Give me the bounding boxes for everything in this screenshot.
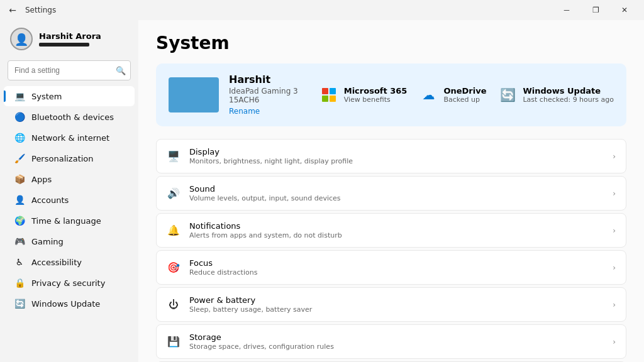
nav-icon-system: 💻 — [14, 90, 25, 102]
setting-item-power[interactable]: ⏻ Power & battery Sleep, battery usage, … — [156, 287, 626, 322]
setting-icon-power: ⏻ — [167, 298, 180, 312]
service-status-ms365: View benefits — [344, 96, 408, 104]
setting-desc-notifications: Alerts from apps and system, do not dist… — [189, 231, 604, 239]
setting-text-power: Power & battery Sleep, battery usage, ba… — [189, 295, 604, 314]
profile-info: Harshit IdeaPad Gaming 3 15ACH6 Rename — [229, 74, 310, 116]
sidebar-item-system[interactable]: 💻 System — [4, 86, 135, 106]
nav-label-personalization: Personalization — [31, 154, 94, 163]
setting-item-focus[interactable]: 🎯 Focus Reduce distractions › — [156, 250, 626, 285]
nav-label-update: Windows Update — [31, 299, 100, 309]
service-icon-winupdate: 🔄 — [499, 86, 516, 104]
setting-name-power: Power & battery — [189, 295, 604, 305]
service-item-onedrive: ☁️ OneDrive Backed up — [419, 86, 486, 104]
service-status-winupdate: Last checked: 9 hours ago — [523, 96, 614, 104]
avatar: 👤 — [10, 28, 33, 50]
close-button[interactable]: ✕ — [610, 0, 639, 20]
service-item-ms365: Microsoft 365 View benefits — [320, 86, 408, 104]
chevron-icon-display: › — [613, 152, 616, 161]
chevron-icon-storage: › — [613, 337, 616, 346]
window-title: Settings — [25, 6, 56, 14]
ms365-icon — [320, 86, 338, 104]
chevron-icon-notifications: › — [613, 226, 616, 235]
setting-desc-power: Sleep, battery usage, battery saver — [189, 305, 604, 314]
sidebar: 👤 Harshit Arora 🔍 💻 System 🔵 Bluetooth &… — [0, 20, 138, 362]
service-info-ms365: Microsoft 365 View benefits — [344, 86, 408, 104]
nav-label-apps: Apps — [31, 175, 52, 184]
settings-list: 🖥️ Display Monitors, brightness, night l… — [156, 139, 626, 362]
sidebar-item-accounts[interactable]: 👤 Accounts — [4, 190, 135, 210]
rename-link[interactable]: Rename — [229, 107, 260, 116]
setting-icon-notifications: 🔔 — [167, 224, 180, 238]
setting-name-notifications: Notifications — [189, 221, 604, 231]
setting-icon-focus: 🎯 — [167, 261, 180, 275]
avatar-icon: 👤 — [14, 33, 28, 46]
user-section: 👤 Harshit Arora — [0, 20, 138, 55]
back-button[interactable]: ← — [5, 3, 20, 18]
search-box: 🔍 — [8, 60, 131, 80]
setting-icon-storage: 💾 — [167, 335, 180, 349]
nav-label-network: Network & internet — [31, 133, 109, 143]
sidebar-item-update[interactable]: 🔄 Windows Update — [4, 293, 135, 314]
sidebar-item-time[interactable]: 🌍 Time & language — [4, 211, 135, 231]
search-input[interactable] — [8, 60, 131, 80]
setting-desc-storage: Storage space, drives, configuration rul… — [189, 343, 604, 351]
sidebar-item-gaming[interactable]: 🎮 Gaming — [4, 231, 135, 251]
setting-desc-focus: Reduce distractions — [189, 268, 604, 277]
nav-list: 💻 System 🔵 Bluetooth & devices 🌐 Network… — [0, 85, 138, 314]
setting-desc-sound: Volume levels, output, input, sound devi… — [189, 194, 604, 202]
minimize-button[interactable]: ─ — [552, 0, 581, 20]
service-name-winupdate: Windows Update — [523, 86, 614, 96]
nav-label-accessibility: Accessibility — [31, 258, 82, 267]
service-status-onedrive: Backed up — [443, 96, 486, 104]
nav-icon-accounts: 👤 — [14, 194, 25, 206]
chevron-icon-sound: › — [613, 189, 616, 198]
services-section: Microsoft 365 View benefits ☁️ OneDrive … — [320, 86, 614, 104]
setting-name-focus: Focus — [189, 258, 604, 268]
setting-name-sound: Sound — [189, 184, 604, 194]
sidebar-item-accessibility[interactable]: ♿ Accessibility — [4, 252, 135, 272]
maximize-button[interactable]: ❐ — [581, 0, 610, 20]
chevron-icon-power: › — [613, 300, 616, 309]
service-name-onedrive: OneDrive — [443, 86, 486, 96]
chevron-icon-focus: › — [613, 263, 616, 272]
setting-desc-display: Monitors, brightness, night light, displ… — [189, 157, 604, 165]
nav-icon-update: 🔄 — [14, 298, 25, 309]
setting-text-storage: Storage Storage space, drives, configura… — [189, 332, 604, 351]
profile-model: IdeaPad Gaming 3 15ACH6 — [229, 87, 310, 104]
setting-item-notifications[interactable]: 🔔 Notifications Alerts from apps and sys… — [156, 213, 626, 248]
setting-text-display: Display Monitors, brightness, night ligh… — [189, 147, 604, 165]
window-controls: ─ ❐ ✕ — [552, 0, 639, 20]
title-bar: ← Settings ─ ❐ ✕ — [0, 0, 644, 20]
setting-item-display[interactable]: 🖥️ Display Monitors, brightness, night l… — [156, 139, 626, 173]
setting-icon-display: 🖥️ — [167, 150, 180, 163]
setting-icon-sound: 🔊 — [167, 187, 180, 200]
main-layout: 👤 Harshit Arora 🔍 💻 System 🔵 Bluetooth &… — [0, 20, 644, 362]
setting-name-display: Display — [189, 147, 604, 156]
sidebar-item-apps[interactable]: 📦 Apps — [4, 169, 135, 189]
nav-label-privacy: Privacy & security — [31, 278, 105, 288]
sidebar-item-privacy[interactable]: 🔒 Privacy & security — [4, 273, 135, 293]
nav-icon-gaming: 🎮 — [14, 236, 25, 247]
page-title: System — [156, 33, 626, 53]
user-info: Harshit Arora — [39, 31, 101, 47]
setting-text-focus: Focus Reduce distractions — [189, 258, 604, 277]
service-info-winupdate: Windows Update Last checked: 9 hours ago — [523, 86, 614, 104]
nav-icon-time: 🌍 — [14, 215, 25, 226]
profile-name: Harshit — [229, 74, 310, 85]
nav-icon-privacy: 🔒 — [14, 277, 25, 288]
sidebar-item-bluetooth[interactable]: 🔵 Bluetooth & devices — [4, 107, 135, 127]
sidebar-item-personalization[interactable]: 🖌️ Personalization — [4, 148, 135, 168]
profile-card: Harshit IdeaPad Gaming 3 15ACH6 Rename M… — [156, 63, 626, 126]
nav-label-bluetooth: Bluetooth & devices — [31, 112, 114, 122]
nav-icon-personalization: 🖌️ — [14, 153, 25, 164]
nav-icon-accessibility: ♿ — [14, 256, 25, 268]
setting-item-storage[interactable]: 💾 Storage Storage space, drives, configu… — [156, 324, 626, 359]
sidebar-item-network[interactable]: 🌐 Network & internet — [4, 128, 135, 148]
setting-text-notifications: Notifications Alerts from apps and syste… — [189, 221, 604, 239]
setting-text-sound: Sound Volume levels, output, input, soun… — [189, 184, 604, 202]
user-bar-decoration — [39, 43, 89, 47]
service-info-onedrive: OneDrive Backed up — [443, 86, 486, 104]
setting-item-sound[interactable]: 🔊 Sound Volume levels, output, input, so… — [156, 176, 626, 211]
laptop-icon — [169, 77, 219, 112]
service-icon-onedrive: ☁️ — [419, 86, 437, 104]
